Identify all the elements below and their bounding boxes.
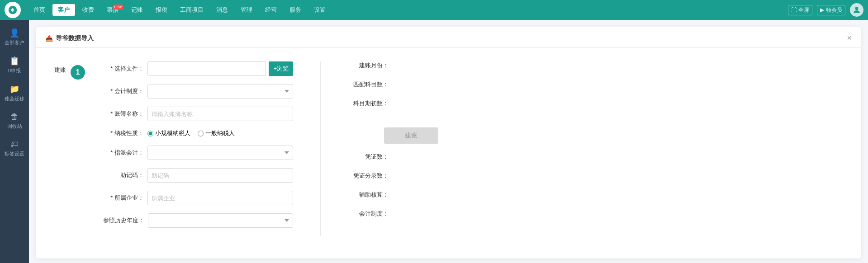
file-input-group: +浏览: [147, 61, 293, 76]
build-month-label: 建账月份：: [348, 61, 389, 70]
sidebar-item-zero-declaration[interactable]: 📋 0申报: [2, 52, 27, 78]
accounting-system-select[interactable]: [147, 84, 293, 99]
main-layout: 👤 全部客户 📋 0申报 📁 账套迁移 🗑 回收站 🏷 标签设置 📤 导爷: [0, 20, 868, 263]
nav-item-settings[interactable]: 设置: [308, 4, 331, 16]
match-subjects-label: 匹配科目数：: [348, 80, 389, 89]
radio-small-taxpayer[interactable]: 小规模纳税人: [147, 129, 190, 137]
nav-item-message[interactable]: 消息: [211, 4, 233, 16]
period-opening-row: 科目期初数：: [348, 99, 474, 108]
build-month-row: 建账月份：: [348, 61, 474, 70]
fullscreen-button[interactable]: ⛶ 全屏: [788, 5, 812, 15]
tag-settings-icon: 🏷: [10, 140, 19, 149]
voucher-entries-label: 凭证分录数：: [348, 172, 389, 180]
memo-code-label: 助记码：: [103, 171, 144, 179]
build-account-button[interactable]: 建账: [384, 127, 438, 144]
nav-item-manage[interactable]: 管理: [235, 4, 258, 16]
svg-point-2: [855, 7, 859, 10]
tax-type-row: * 纳税性质： 小规模纳税人 一般纳税人: [103, 129, 293, 137]
step-circle: 1: [71, 65, 85, 80]
assigned-accountant-select[interactable]: [147, 146, 293, 160]
ledger-name-input[interactable]: [147, 107, 293, 121]
reference-year-row: 参照历史年度：: [103, 213, 293, 228]
assigned-accountant-row: * 指派会计：: [103, 146, 293, 160]
dialog-title: 📤 导爷数据导入: [45, 34, 94, 42]
ledger-name-row: * 账簿名称：: [103, 107, 293, 121]
nav-item-tax[interactable]: 报税: [150, 4, 173, 16]
fullscreen-icon: ⛶: [791, 7, 797, 13]
memo-code-row: 助记码：: [103, 168, 293, 183]
reference-year-label: 参照历史年度：: [103, 216, 144, 225]
form-body: 建账 1 * 选择文件： +浏览 * 会计制度：: [36, 48, 861, 249]
form-right: 建账月份： 匹配科目数： 科目期初数：: [348, 61, 474, 236]
sidebar-item-tag-settings[interactable]: 🏷 标签设置: [2, 136, 27, 161]
match-subjects-row: 匹配科目数：: [348, 80, 474, 89]
vouchers-row: 凭证数：: [348, 153, 474, 161]
step-label: 建账: [54, 66, 66, 74]
right-accounting-system-row: 会计制度：: [348, 210, 474, 218]
nav-items: 首页 客户 收费 票据 new 记账 报税 工商项目 消息 管理 经营 服务 设…: [28, 4, 788, 16]
dialog-wrap: 📤 导爷数据导入 × 建账 1 * 选择文件：: [36, 27, 861, 258]
reference-year-select[interactable]: [148, 213, 293, 228]
sidebar-item-account-migration[interactable]: 📁 账套迁移: [2, 80, 27, 106]
accounting-system-row: * 会计制度：: [103, 84, 293, 99]
aux-accounting-row: 辅助核算：: [348, 191, 474, 199]
period-opening-label: 科目期初数：: [348, 99, 389, 108]
user-avatar[interactable]: [850, 3, 863, 17]
browse-button[interactable]: +浏览: [269, 61, 293, 76]
section-divider: [320, 61, 321, 236]
nav-logo[interactable]: [5, 2, 21, 18]
dialog-header: 📤 导爷数据导入 ×: [36, 27, 861, 48]
svg-point-1: [12, 8, 14, 10]
affiliated-company-row: * 所属企业：: [103, 191, 293, 205]
radio-general-input[interactable]: [198, 131, 204, 136]
tax-type-label: * 纳税性质：: [103, 129, 144, 137]
member-button[interactable]: ▶ 畅会员: [817, 5, 845, 15]
account-migration-icon: 📁: [9, 84, 19, 94]
affiliated-company-input[interactable]: [147, 191, 293, 205]
sidebar: 👤 全部客户 📋 0申报 📁 账套迁移 🗑 回收站 🏷 标签设置: [0, 20, 29, 263]
nav-item-service[interactable]: 服务: [284, 4, 307, 16]
memo-code-input[interactable]: [147, 168, 293, 183]
file-input[interactable]: [147, 61, 266, 76]
dialog-close-button[interactable]: ×: [847, 33, 852, 43]
import-icon: 📤: [45, 35, 53, 42]
nav-item-invoice[interactable]: 票据 new: [101, 4, 124, 16]
aux-accounting-label: 辅助核算：: [348, 191, 389, 199]
nav-item-bookkeeping[interactable]: 记账: [126, 4, 148, 16]
voucher-entries-row: 凭证分录数：: [348, 172, 474, 180]
file-label: * 选择文件：: [103, 65, 144, 73]
sidebar-item-all-clients[interactable]: 👤 全部客户: [2, 24, 27, 50]
affiliated-company-label: * 所属企业：: [103, 194, 144, 202]
radio-general-taxpayer[interactable]: 一般纳税人: [198, 129, 235, 137]
accounting-system-label: * 会计制度：: [103, 87, 144, 95]
main-content: 📤 导爷数据导入 × 建账 1 * 选择文件：: [29, 20, 868, 263]
all-clients-icon: 👤: [9, 28, 19, 38]
nav-item-charge[interactable]: 收费: [77, 4, 100, 16]
nav-badge-new: new: [113, 5, 123, 9]
radio-small-input[interactable]: [147, 131, 153, 136]
assigned-accountant-label: * 指派会计：: [103, 149, 144, 157]
ledger-name-label: * 账簿名称：: [103, 110, 144, 118]
play-icon: ▶: [820, 7, 824, 13]
form-right-section: 建账月份： 匹配科目数： 科目期初数：: [348, 61, 474, 236]
vouchers-label: 凭证数：: [348, 153, 389, 161]
nav-item-operation[interactable]: 经营: [260, 4, 282, 16]
nav-right: ⛶ 全屏 ▶ 畅会员: [788, 3, 863, 17]
zero-declaration-icon: 📋: [9, 56, 19, 66]
step-section: 建账 1: [54, 61, 85, 236]
sidebar-item-recycle[interactable]: 🗑 回收站: [2, 108, 27, 133]
recycle-icon: 🗑: [10, 112, 19, 122]
tax-type-radio-group: 小规模纳税人 一般纳税人: [147, 129, 235, 137]
nav-item-business[interactable]: 工商项目: [175, 4, 209, 16]
right-accounting-system-label: 会计制度：: [348, 210, 389, 218]
form-left: * 选择文件： +浏览 * 会计制度：: [103, 61, 293, 236]
nav-item-client[interactable]: 客户: [52, 4, 75, 16]
nav-item-home[interactable]: 首页: [28, 4, 51, 16]
top-nav: 首页 客户 收费 票据 new 记账 报税 工商项目 消息 管理 经营 服务 设…: [0, 0, 868, 20]
build-btn-wrap: 建账: [348, 118, 474, 144]
file-row: * 选择文件： +浏览: [103, 61, 293, 76]
